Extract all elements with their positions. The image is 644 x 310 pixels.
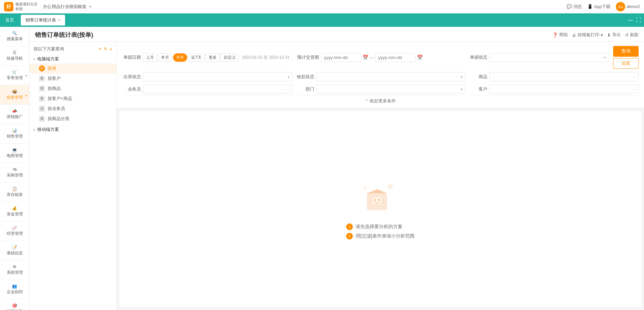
customer-input[interactable] — [489, 85, 639, 94]
salesman-input[interactable] — [143, 85, 292, 94]
help-icon: ❓ — [552, 33, 558, 38]
date-range-text: 2023-01-01 至 2023-12-31 — [242, 55, 289, 60]
svg-point-4 — [388, 184, 393, 189]
sidebar-item-marketing[interactable]: 📣 营销推广 — [0, 105, 29, 124]
scheme-category-pc[interactable]: ▾ 电脑端方案 — [30, 55, 116, 63]
goods-label: 商品 — [469, 74, 487, 80]
avatar: Ea — [616, 2, 625, 11]
empty-steps: 1 请先选择要分析的方案 2 用[过滤]条件来缩小分析范围 — [346, 223, 415, 242]
dept-label: 部门 — [296, 86, 314, 92]
panel-layout: 按以下方案查询 + ✎ « ▾ 电脑端方案 按 按单 — [30, 42, 644, 310]
customer-label: 客户 — [469, 86, 487, 92]
out-status-label: 出库状态 — [122, 74, 141, 80]
wholesale-arrow-icon: ▴ — [25, 93, 27, 97]
sidebar-item-enterprise[interactable]: 👥 企业协同 — [0, 280, 29, 299]
user-profile[interactable]: Ea demo2 — [616, 2, 640, 11]
expected-date-end[interactable] — [375, 53, 416, 62]
top-bar-right: 💬 消息 📱 App下载 Ea demo2 — [567, 2, 640, 11]
salesman-dots: ··· — [285, 87, 289, 92]
expected-date-start[interactable] — [321, 53, 361, 62]
mobile-expand-icon: ▸ — [34, 128, 35, 132]
scheme-panel-actions: + ✎ « — [99, 46, 112, 52]
refresh-button[interactable]: ↺ 刷新 — [625, 32, 639, 38]
sidebar-item-purchase[interactable]: 🛍 采购管理 — [0, 163, 29, 183]
step-num-1: 1 — [346, 223, 353, 230]
collapse-label: 收起更多条件 — [370, 98, 396, 104]
tab-bar-right: — ⛶ — [628, 17, 644, 23]
template-print-button[interactable]: 🖨 按模板打印 ▾ — [572, 32, 603, 38]
dept-select[interactable] — [316, 85, 466, 94]
sidebar-item-basic[interactable]: 📝 基础信息 — [0, 241, 29, 260]
scheme-item-by-customer[interactable]: 客 按客户 — [30, 73, 116, 84]
scheme-item-by-goods[interactable]: 商 按商品 — [30, 84, 116, 94]
out-status-select[interactable] — [143, 72, 292, 81]
enterprise-icon: 👥 — [0, 284, 29, 289]
sidebar-item-retail[interactable]: 🛒 零售管理 ▾ — [0, 66, 29, 85]
sidebar-item-operation[interactable]: 📈 经营管理 — [0, 221, 29, 241]
help-button[interactable]: ❓ 帮助 — [552, 32, 568, 38]
breadcrumb-dropdown-icon[interactable]: ▾ — [89, 4, 91, 9]
sidebar-item-ecommerce[interactable]: 💻 电商管理 — [0, 144, 29, 163]
sales-icon: 📊 — [0, 128, 29, 133]
scheme-item-by-category[interactable]: 类 按商品分类 — [30, 114, 116, 124]
finance-icon: 💰 — [0, 206, 29, 211]
empty-step-2: 2 用[过滤]条件来缩小分析范围 — [346, 233, 415, 240]
collapse-more-button[interactable]: ⌃ 收起更多条件 — [122, 96, 639, 104]
export-button[interactable]: ⬇ 导出 — [607, 32, 621, 38]
payment-status-select[interactable] — [316, 72, 466, 81]
breadcrumb-title: 办公用品行业模拟账套 — [43, 4, 87, 10]
edit-scheme-button[interactable]: ✎ — [104, 46, 108, 52]
sidebar-item-wholesale[interactable]: 📦 批发管理 ▴ — [0, 85, 29, 105]
status-label: 单据状态 — [469, 54, 487, 60]
scheme-item-by-order[interactable]: 按 按单 — [30, 63, 116, 73]
retail-arrow-icon: ▾ — [25, 73, 27, 77]
goods-input[interactable] — [489, 72, 639, 81]
scheme-item-by-salesman[interactable]: 员 按业务员 — [30, 104, 116, 114]
sidebar-item-search[interactable]: 🔍 搜索菜单 — [0, 27, 29, 46]
empty-illustration — [360, 176, 400, 217]
sidebar-item-guide[interactable]: 🎯 新手引导 — [0, 299, 29, 310]
scheme-category-mobile[interactable]: ▸ 移动端方案 — [30, 125, 116, 134]
svg-point-3 — [378, 199, 380, 201]
basic-icon: 📝 — [0, 245, 29, 250]
date-icon-end: 📅 — [417, 55, 423, 60]
status-select[interactable] — [489, 53, 608, 62]
add-scheme-button[interactable]: + — [99, 46, 102, 52]
minimize-icon[interactable]: — — [628, 17, 633, 23]
date-btn-more[interactable]: 更多 — [206, 53, 220, 62]
sidebar-item-sales[interactable]: 📊 销售管理 — [0, 124, 29, 144]
scheme-active-icon: 按 — [39, 65, 45, 71]
category-expand-icon: ▾ — [34, 57, 35, 61]
date-btn-lastmonth[interactable]: 上月 — [143, 53, 157, 62]
scheme-cg-icon: 客 — [39, 96, 45, 102]
date-btn-thisyear[interactable]: 本年 — [173, 53, 187, 62]
query-button[interactable]: 查询 — [613, 46, 639, 57]
date-btn-custom[interactable]: 自定义 — [221, 53, 239, 62]
print-icon: 🖨 — [572, 33, 576, 38]
scheme-salesman-icon: 员 — [39, 106, 45, 112]
content-area: 销售订单统计表(按单) ❓ 帮助 🖨 按模板打印 ▾ ⬇ 导出 ↺ 刷新 — [30, 27, 644, 310]
goods-dots: ··· — [632, 74, 636, 80]
message-button[interactable]: 💬 消息 — [567, 4, 582, 10]
top-bar: 好 畅捷通好生意 标版 办公用品行业模拟账套 ▾ 💬 消息 📱 App下载 Ea… — [0, 0, 644, 13]
tab-home[interactable]: 首页 — [0, 13, 19, 27]
collapse-scheme-button[interactable]: « — [110, 46, 112, 52]
tab-close-icon[interactable]: × — [58, 18, 60, 22]
app-icon: 📱 — [587, 4, 593, 9]
sidebar-item-system[interactable]: ⚙ 系统管理 — [0, 260, 29, 280]
empty-state: 1 请先选择要分析的方案 2 用[过滤]条件来缩小分析范围 — [119, 111, 641, 307]
sidebar-item-inventory[interactable]: 📋 库存核算 — [0, 183, 29, 202]
tab-active[interactable]: 销售订单统计表 × — [21, 15, 65, 25]
setting-button[interactable]: 设置 — [613, 58, 639, 69]
filter-table-panel: 单据日期 上月 本月 本年 近7天 更多 自定义 2023-01-01 至 20… — [117, 42, 644, 310]
sidebar-item-quicknav[interactable]: ☰ 快捷导航 — [0, 46, 29, 66]
date-btn-thismonth[interactable]: 本月 — [158, 53, 172, 62]
page-header-actions: ❓ 帮助 🖨 按模板打印 ▾ ⬇ 导出 ↺ 刷新 — [552, 32, 639, 38]
app-download-button[interactable]: 📱 App下载 — [587, 4, 610, 10]
sidebar: 🔍 搜索菜单 ☰ 快捷导航 🛒 零售管理 ▾ 📦 批发管理 ▴ 📣 营销推广 📊… — [0, 27, 30, 310]
tab-bar: 首页 销售订单统计表 × — ⛶ — [0, 13, 644, 27]
maximize-icon[interactable]: ⛶ — [636, 17, 641, 23]
sidebar-item-finance[interactable]: 💰 资金管理 — [0, 202, 29, 221]
date-btn-7days[interactable]: 近7天 — [188, 53, 205, 62]
scheme-item-by-customer-goods[interactable]: 客 按客户+商品 — [30, 94, 116, 104]
